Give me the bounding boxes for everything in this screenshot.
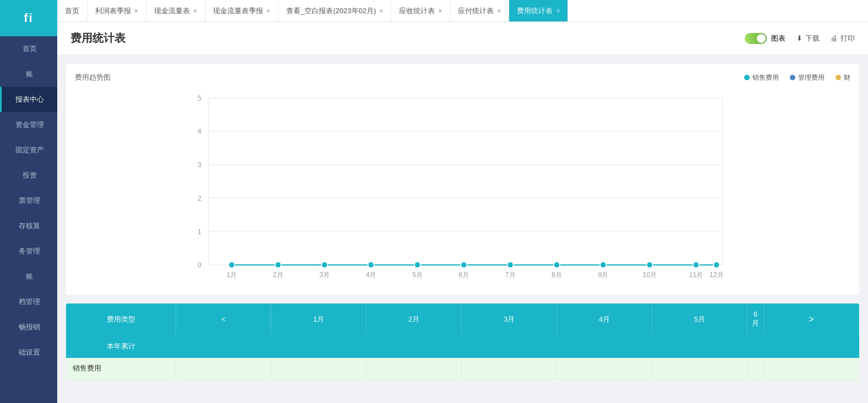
download-label: 下载: [805, 34, 820, 43]
td-type-label: 销售费用: [66, 358, 176, 379]
chart-section: 费用趋势图 销售费用 管理费用 财: [66, 64, 859, 295]
tab-cashflow-close[interactable]: ×: [193, 7, 197, 15]
svg-text:8月: 8月: [552, 271, 562, 279]
svg-point-17: [368, 262, 374, 268]
tab-bar: 首页 利润表季报 × 现金流量表 × 现金流量表季报 × 查看_空白报表(202…: [57, 0, 868, 22]
sidebar-item-home[interactable]: 首页: [0, 36, 57, 62]
main-area: 首页 利润表季报 × 现金流量表 × 现金流量表季报 × 查看_空白报表(202…: [57, 0, 868, 403]
tab-blank-close[interactable]: ×: [379, 7, 383, 15]
tab-home[interactable]: 首页: [57, 0, 88, 21]
svg-text:4月: 4月: [366, 271, 376, 279]
svg-text:11月: 11月: [689, 271, 703, 279]
chart-toggle-label: 图表: [771, 34, 785, 43]
legend-finance-dot: [836, 75, 841, 80]
page-actions: 图表 ⬇ 下载 🖨 打印: [745, 33, 855, 44]
th-month-4: 4月: [557, 303, 652, 335]
svg-text:4: 4: [198, 128, 201, 135]
svg-point-18: [414, 262, 421, 268]
svg-point-25: [713, 262, 719, 268]
svg-point-23: [647, 262, 653, 268]
sidebar-item-files[interactable]: 档管理: [0, 289, 57, 314]
svg-text:0: 0: [198, 261, 201, 269]
sidebar-item-assets[interactable]: 固定资产: [0, 137, 57, 163]
print-button[interactable]: 🖨 打印: [831, 34, 855, 43]
chart-toggle[interactable]: [745, 33, 767, 44]
sidebar-item-inventory[interactable]: 存核算: [0, 213, 57, 239]
th-month-6: 6月: [747, 303, 764, 335]
tab-cashflow[interactable]: 现金流量表 ×: [146, 0, 205, 21]
svg-point-22: [600, 262, 606, 268]
sidebar-item-fund[interactable]: 资金管理: [0, 112, 57, 137]
svg-point-15: [275, 262, 281, 268]
sidebar-item-service[interactable]: 务管理: [0, 239, 57, 264]
sidebar-item-expense[interactable]: 畅报销: [0, 314, 57, 340]
td-m5: [557, 358, 652, 379]
table-header-row: 费用类型 < 1月 2月 3月 4月 5月 6月 > 本年累计: [66, 303, 859, 358]
legend-sales-label: 销售费用: [752, 73, 779, 82]
svg-text:3: 3: [198, 161, 201, 169]
th-month-5: 5月: [652, 303, 747, 335]
data-table-section: 费用类型 < 1月 2月 3月 4月 5月 6月 > 本年累计 销售费用: [66, 303, 859, 379]
sidebar: fi 首页 账 报表中心 资金管理 固定资产 投资 票管理 存核算 务管理 账 …: [0, 0, 57, 403]
tab-payable-close[interactable]: ×: [497, 7, 501, 15]
svg-text:3月: 3月: [319, 271, 330, 279]
th-type: 费用类型: [66, 303, 176, 335]
page-title: 费用统计表: [70, 31, 125, 46]
chart-title: 费用趋势图: [75, 73, 111, 82]
svg-point-21: [554, 262, 560, 268]
tab-cashflow-q[interactable]: 现金流量表季报 ×: [205, 0, 279, 21]
th-next-nav[interactable]: >: [764, 303, 859, 335]
legend-admin-label: 管理费用: [798, 73, 825, 82]
download-icon: ⬇: [796, 34, 803, 42]
sidebar-item-settings[interactable]: 础设置: [0, 340, 57, 365]
print-icon: 🖨: [831, 34, 838, 42]
chart-legend: 销售费用 管理费用 财: [744, 73, 850, 82]
tab-receivable[interactable]: 应收统计表 ×: [391, 0, 450, 21]
td-m3: [367, 358, 462, 379]
sidebar-logo: fi: [0, 0, 57, 36]
print-label: 打印: [840, 34, 855, 43]
svg-text:1: 1: [198, 228, 201, 236]
svg-text:5: 5: [198, 95, 201, 102]
svg-point-14: [228, 262, 234, 268]
svg-text:10月: 10月: [642, 271, 657, 279]
legend-sales-dot: [744, 75, 750, 80]
tab-payable[interactable]: 应付统计表 ×: [450, 0, 509, 21]
chart-svg: 5 4 3 2 1 0: [75, 88, 850, 286]
svg-text:12月: 12月: [709, 271, 724, 279]
svg-text:2月: 2月: [273, 271, 283, 279]
th-month-2: 2月: [367, 303, 462, 335]
sidebar-item-tickets[interactable]: 票管理: [0, 188, 57, 213]
td-m1: [176, 358, 271, 379]
tab-expense[interactable]: 费用统计表 ×: [509, 0, 568, 21]
svg-text:7月: 7月: [505, 271, 516, 279]
sidebar-item-invest[interactable]: 投资: [0, 163, 57, 188]
legend-finance-label: 财: [844, 73, 850, 82]
legend-admin: 管理费用: [790, 73, 825, 82]
svg-text:5月: 5月: [412, 271, 423, 279]
sidebar-item-account[interactable]: 账: [0, 62, 57, 87]
svg-text:6月: 6月: [458, 271, 469, 279]
svg-point-24: [693, 262, 699, 268]
th-prev-nav[interactable]: <: [176, 303, 271, 335]
chart-container: 5 4 3 2 1 0: [75, 88, 850, 286]
tab-profit-close[interactable]: ×: [134, 7, 138, 15]
legend-admin-dot: [790, 75, 795, 80]
tab-blank[interactable]: 查看_空白报表(2023年02月) ×: [279, 0, 391, 21]
th-month-1: 1月: [271, 303, 367, 335]
page-header: 费用统计表 图表 ⬇ 下载 🖨 打印: [57, 22, 868, 55]
tab-receivable-close[interactable]: ×: [438, 7, 442, 15]
th-month-3: 3月: [462, 303, 557, 335]
download-button[interactable]: ⬇ 下载: [796, 34, 820, 43]
svg-text:1月: 1月: [226, 271, 237, 279]
td-nav-spacer: [747, 358, 764, 379]
page-content: 费用统计表 图表 ⬇ 下载 🖨 打印 费用趋势图: [57, 22, 868, 403]
legend-finance: 财: [836, 73, 850, 82]
tab-expense-close[interactable]: ×: [556, 7, 560, 15]
tab-cashflow-q-close[interactable]: ×: [266, 7, 270, 15]
tab-profit[interactable]: 利润表季报 ×: [88, 0, 146, 21]
sidebar-item-ledger[interactable]: 账: [0, 264, 57, 289]
svg-text:9月: 9月: [598, 271, 608, 279]
td-m6: [652, 358, 747, 379]
sidebar-item-reports[interactable]: 报表中心: [0, 87, 57, 112]
